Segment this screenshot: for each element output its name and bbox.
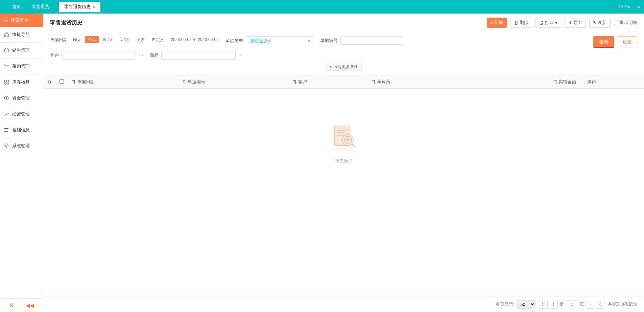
sidebar-item-sales-label: 销售管理: [12, 47, 30, 53]
sidebar-item-purchase-label: 采购管理: [12, 63, 30, 69]
sidebar-search[interactable]: 搜索菜单: [0, 14, 43, 27]
home-icon: [3, 31, 9, 38]
collapse-row: ∧ 收起更多条件: [50, 63, 637, 71]
filter-goods-input[interactable]: [161, 51, 236, 60]
date-btn-7days[interactable]: 近7天: [100, 36, 116, 43]
audio-button[interactable]: ◀◀: [26, 302, 34, 309]
table-col-amount: ⇅ 实销金额: [463, 75, 583, 89]
tab-list: 首页 零售退货 × 零售退货历史 ×: [7, 2, 619, 12]
svg-rect-11: [4, 130, 7, 130]
svg-rect-7: [4, 83, 6, 84]
table-empty-cell: 暂无数据: [43, 89, 644, 195]
sidebar-menu: 快捷导航 销售管理 采: [0, 27, 43, 298]
date-btn-more[interactable]: 更多: [134, 36, 148, 43]
sidebar-item-system-label: 系统管理: [12, 143, 30, 149]
topbar-right: OfTEn ×: [619, 3, 641, 10]
type-tag-close[interactable]: ×: [268, 39, 270, 43]
filter-customer-input[interactable]: [62, 51, 136, 60]
svg-rect-17: [337, 130, 347, 131]
svg-point-13: [6, 145, 7, 147]
table-col-date: ⇅ 单据日期: [68, 75, 178, 89]
svg-line-24: [352, 144, 355, 147]
print-button[interactable]: 🖨 打印 ▾: [535, 18, 561, 28]
sidebar-item-basic-label: 基础信息: [12, 127, 30, 133]
refresh-button[interactable]: ↻ 刷新: [589, 18, 611, 28]
data-table: ⚙ ⇅ 单据日期 ⇅ 单据编号 ⇅ 客户: [43, 75, 644, 195]
window-close-button[interactable]: ×: [637, 3, 641, 10]
system-icon: [3, 143, 9, 149]
last-page-button[interactable]: ⟩⟩: [596, 300, 604, 309]
table-settings-icon[interactable]: ⚙: [47, 80, 51, 85]
customer-picker-icon[interactable]: ···: [139, 52, 143, 59]
tab-retail-return-history-label: 零售退货历史: [64, 4, 91, 10]
show-detail-label: 显示明细: [620, 20, 637, 26]
tab-retail-return-history[interactable]: 零售退货历史 ×: [59, 2, 100, 12]
show-detail-checkbox[interactable]: [614, 21, 618, 25]
page-label-post: 页: [580, 301, 584, 307]
sidebar-item-finance[interactable]: 资金管理: [0, 90, 43, 106]
table-area: ⚙ ⇅ 单据日期 ⇅ 单据编号 ⇅ 客户: [43, 75, 644, 296]
export-button[interactable]: ⬆ 导出: [565, 18, 586, 28]
sidebar-item-inventory-label: 库存核算: [12, 79, 30, 85]
collapse-button[interactable]: ∧ 收起更多条件: [326, 63, 362, 71]
filter-number-input[interactable]: [340, 36, 403, 45]
gear-button[interactable]: ⚙: [9, 302, 14, 309]
filter-customer-label: 客户: [50, 52, 59, 59]
sidebar-item-operations[interactable]: 经营管理: [0, 106, 43, 122]
sidebar-item-inventory[interactable]: 库存核算: [0, 74, 43, 90]
query-button[interactable]: 查询: [593, 36, 614, 48]
empty-text: 暂无数据: [335, 158, 353, 164]
page-title: 零售退货历史: [50, 19, 82, 26]
sidebar-item-quick-nav[interactable]: 快捷导航: [0, 27, 43, 43]
svg-rect-10: [4, 128, 8, 129]
sidebar-item-purchase[interactable]: 采购管理: [0, 59, 43, 74]
date-btn-yesterday[interactable]: 昨天: [70, 36, 84, 43]
table-body: 暂无数据: [43, 89, 644, 195]
filter-goods-label: 商品: [150, 52, 159, 59]
tab-retail-return-label: 零售退货: [32, 4, 49, 10]
col-date-label: ⇅ 单据日期: [72, 79, 95, 84]
filter-number-label: 单据编号: [320, 38, 338, 44]
tab-retail-return-close[interactable]: ×: [51, 5, 53, 9]
sidebar-item-system[interactable]: 系统管理: [0, 138, 43, 154]
date-btn-today[interactable]: 今天: [85, 36, 99, 43]
inventory-icon: [3, 79, 9, 85]
often-label: OfTEn: [619, 4, 630, 9]
svg-line-1: [7, 20, 8, 22]
sidebar-item-sales[interactable]: 销售管理: [0, 43, 43, 59]
first-page-button[interactable]: ⟨⟨: [539, 300, 548, 309]
page-label-pre: 第: [559, 301, 564, 307]
date-btn-1month[interactable]: 近1月: [117, 36, 133, 43]
sidebar-bottom: ⚙ ◀◀: [0, 298, 43, 312]
print-chevron-icon: ▾: [555, 20, 557, 25]
print-icon: 🖨: [539, 20, 544, 25]
delete-icon: 🗑: [514, 20, 518, 25]
date-btn-custom[interactable]: 自定义: [149, 36, 167, 43]
filter-type-select[interactable]: 零售退货 × ▾: [246, 36, 313, 46]
tab-retail-return[interactable]: 零售退货 ×: [26, 2, 59, 12]
filter-date-buttons: 昨天 今天 近7天 近1月 更多 自定义: [70, 36, 167, 43]
tab-retail-return-history-close[interactable]: ×: [93, 5, 95, 9]
goods-picker-icon[interactable]: ···: [238, 52, 243, 59]
svg-rect-8: [7, 83, 8, 84]
filter-row-1: 单据日期 昨天 今天 近7天 近1月 更多 自定义 2023-06-02 至 2…: [50, 36, 637, 48]
svg-point-3: [6, 68, 6, 68]
show-detail-checkbox-label[interactable]: 显示明细: [614, 20, 637, 26]
svg-rect-2: [4, 49, 8, 52]
sales-icon: [3, 47, 9, 53]
tab-home[interactable]: 首页: [7, 2, 26, 12]
per-page-select[interactable]: 10 20 50 100: [517, 300, 535, 309]
delete-button[interactable]: 🗑 删除: [510, 18, 532, 28]
sidebar-item-basic[interactable]: 基础信息: [0, 122, 43, 138]
next-page-button[interactable]: ⟩: [586, 300, 594, 309]
page-number-input[interactable]: [565, 300, 578, 308]
prev-page-button[interactable]: ⟨: [549, 300, 558, 309]
table-check-all[interactable]: [59, 79, 64, 84]
new-button[interactable]: + 新增: [487, 18, 507, 28]
filter-number: 单据编号: [320, 36, 403, 45]
setting-button[interactable]: 设置: [617, 37, 637, 47]
filter-row-2: 客户 ··· 商品 ···: [50, 51, 637, 60]
table-col-action: 操作: [583, 75, 644, 89]
sidebar-item-finance-label: 资金管理: [12, 95, 30, 101]
svg-rect-5: [4, 80, 6, 82]
